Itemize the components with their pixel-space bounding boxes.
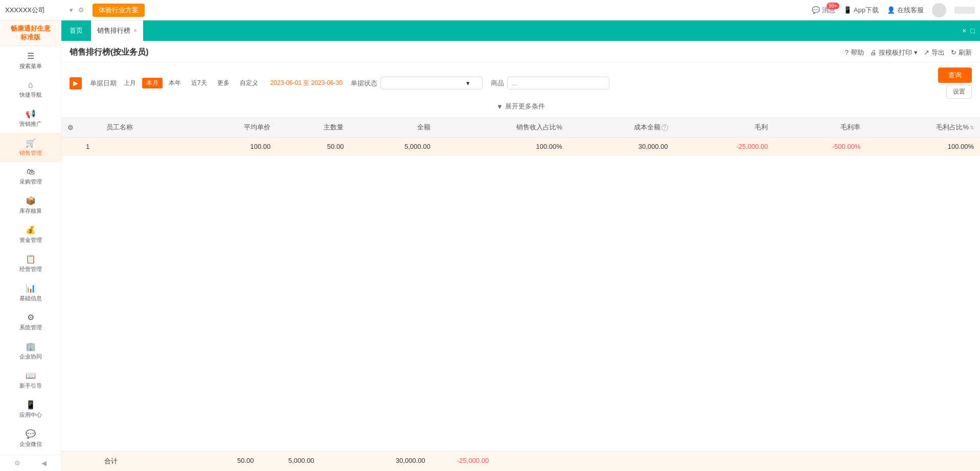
td-profit-pct: 100.00% bbox=[867, 138, 980, 156]
table-footer: 合计 50.00 5,000.00 30,000.00 -25,000.00 bbox=[61, 451, 980, 471]
date-pill-current-month[interactable]: 本月 bbox=[142, 78, 163, 88]
th-rank bbox=[80, 118, 100, 138]
filter-expand-arrow[interactable]: ▶ bbox=[70, 77, 82, 89]
guide-icon: 📖 bbox=[26, 371, 36, 380]
status-filter-group: 单据状态 ▾ bbox=[351, 77, 483, 89]
sidebar-item-finance[interactable]: 💰 资金管理 bbox=[0, 220, 61, 249]
date-pill-custom[interactable]: 自定义 bbox=[236, 78, 262, 88]
th-avg-price: 平均单价 bbox=[189, 118, 277, 138]
refresh-button[interactable]: ↻ 刷新 bbox=[951, 48, 972, 57]
purchase-icon: 🛍 bbox=[27, 167, 35, 176]
ranking-table: ⚙ 员工名称 平均单价 主数量 全额 销售收入占比% 成本全额? 毛利 bbox=[61, 118, 980, 156]
tab-home[interactable]: 首页 bbox=[61, 20, 91, 41]
page-header: 销售排行榜(按业务员) ? 帮助 🖨 按模板打印 ▾ ↗ 导出 bbox=[61, 41, 980, 62]
gear-col-icon[interactable]: ⚙ bbox=[67, 124, 74, 131]
filter-row-1: ▶ 单据日期 上月 本月 本年 近7天 更多 自定义 2023-06 bbox=[70, 68, 972, 99]
tab-close-icon[interactable]: × bbox=[133, 27, 137, 34]
expand-more-button[interactable]: ▼ 展开更多条件 bbox=[496, 102, 545, 111]
td-amount: 5,000.00 bbox=[350, 138, 436, 156]
message-icon: 💬 bbox=[812, 6, 820, 14]
date-filter-group: 单据日期 上月 本月 本年 近7天 更多 自定义 bbox=[90, 78, 262, 88]
footer-label bbox=[67, 457, 104, 466]
window-max-icon[interactable]: □ bbox=[971, 27, 975, 35]
marketing-icon: 📢 bbox=[26, 109, 36, 119]
avatar[interactable] bbox=[932, 3, 946, 17]
sidebar-item-label: 应用中心 bbox=[19, 411, 42, 419]
sidebar-item-label: 企业微信 bbox=[19, 440, 42, 448]
sidebar-item-guide[interactable]: 📖 新手引导 bbox=[0, 366, 61, 395]
td-cost: 30,000.00 bbox=[568, 138, 674, 156]
goods-select[interactable]: ... bbox=[507, 77, 609, 89]
sidebar-item-shortcut[interactable]: ⌂ 快捷导航 bbox=[0, 75, 61, 104]
window-close-icon[interactable]: × bbox=[962, 27, 966, 35]
cost-info-icon[interactable]: ? bbox=[662, 124, 668, 131]
top-bar-left: XXXXXX公司 ▾ ⚙ 体验行业方案 bbox=[5, 4, 145, 17]
sidebar-item-apps[interactable]: 📱 应用中心 bbox=[0, 395, 61, 424]
table-container: ⚙ 员工名称 平均单价 主数量 全额 销售收入占比% 成本全额? 毛利 bbox=[61, 118, 980, 451]
td-name bbox=[100, 138, 189, 156]
content-area: 首页 销售排行榜 × × □ 销售排行榜(按业务员) ? 帮助 bbox=[61, 20, 980, 471]
date-pill-more[interactable]: 更多 bbox=[213, 78, 234, 88]
status-select[interactable]: ▾ bbox=[380, 77, 483, 89]
sidebar-item-basic[interactable]: 📊 基础信息 bbox=[0, 278, 61, 307]
date-pill-prev-month[interactable]: 上月 bbox=[120, 78, 140, 88]
sidebar-item-marketing[interactable]: 📢 营销推广 bbox=[0, 104, 61, 133]
help-icon: ? bbox=[845, 49, 849, 56]
enterprise-icon: 🏢 bbox=[26, 342, 36, 351]
profit-pct-sort-icon[interactable]: ⇅ bbox=[970, 125, 974, 130]
date-filter-label: 单据日期 bbox=[90, 79, 117, 88]
export-icon: ↗ bbox=[924, 49, 929, 56]
sidebar-item-label: 经营管理 bbox=[19, 265, 42, 273]
date-pill-year[interactable]: 本年 bbox=[165, 78, 185, 88]
goods-filter-label: 商品 bbox=[491, 79, 504, 88]
sidebar-item-label: 营销推广 bbox=[19, 120, 42, 128]
service-group[interactable]: 👤 在线客服 bbox=[887, 6, 924, 15]
print-button[interactable]: 🖨 按模板打印 ▾ bbox=[870, 48, 918, 57]
sidebar-settings-icon[interactable]: ⚙ bbox=[14, 459, 20, 467]
sidebar-collapse-icon[interactable]: ◀ bbox=[41, 459, 47, 467]
footer-name bbox=[145, 457, 186, 466]
query-button[interactable]: 查询 bbox=[938, 68, 972, 83]
page-content: 销售排行榜(按业务员) ? 帮助 🖨 按模板打印 ▾ ↗ 导出 bbox=[61, 41, 980, 471]
sidebar-item-enterprise[interactable]: 🏢 企业协同 bbox=[0, 337, 61, 366]
status-filter-label: 单据状态 bbox=[351, 79, 377, 88]
th-quantity: 主数量 bbox=[277, 118, 350, 138]
goods-select-value: ... bbox=[512, 79, 517, 87]
operations-icon: 📋 bbox=[26, 254, 36, 264]
tab-bar: 首页 销售排行榜 × × □ bbox=[61, 20, 980, 41]
td-profit-rate: -500.00% bbox=[774, 138, 867, 156]
page-title: 销售排行榜(按业务员) bbox=[70, 47, 149, 58]
sidebar-item-purchase[interactable]: 🛍 采购管理 bbox=[0, 162, 61, 191]
message-group[interactable]: 💬 消息 99+ bbox=[812, 6, 835, 15]
th-profit-rate: 毛利率 bbox=[774, 118, 867, 138]
tab-sales-ranking[interactable]: 销售排行榜 × bbox=[91, 20, 143, 41]
app-label: App下载 bbox=[854, 6, 879, 15]
date-range-display: 2023-06-01 至 2023-06-30 bbox=[270, 79, 343, 87]
status-select-icon: ▾ bbox=[466, 79, 470, 87]
expand-more-row: ▼ 展开更多条件 bbox=[70, 99, 972, 112]
app-download-group[interactable]: 📱 App下载 bbox=[844, 6, 879, 15]
export-button[interactable]: ↗ 导出 bbox=[924, 48, 945, 57]
logo-text: 畅康通好生意 标准版 bbox=[11, 25, 51, 42]
td-sales-pct: 100.00% bbox=[437, 138, 568, 156]
sidebar-item-wechat[interactable]: 💬 企业微信 bbox=[0, 424, 61, 453]
help-button[interactable]: ? 帮助 bbox=[845, 48, 864, 57]
sidebar-item-label: 快捷导航 bbox=[19, 91, 42, 99]
sidebar-item-operations[interactable]: 📋 经营管理 bbox=[0, 249, 61, 278]
sidebar-item-sales[interactable]: 🛒 销售管理 bbox=[0, 133, 61, 162]
sidebar-item-system[interactable]: ⚙ 系统管理 bbox=[0, 307, 61, 337]
settings-top-icon[interactable]: ⚙ bbox=[78, 6, 84, 14]
sidebar-item-label: 系统管理 bbox=[19, 324, 42, 331]
top-bar: XXXXXX公司 ▾ ⚙ 体验行业方案 💬 消息 99+ 📱 App下载 👤 在… bbox=[0, 0, 980, 20]
date-pill-7days[interactable]: 近7天 bbox=[187, 78, 211, 88]
sidebar-item-search[interactable]: ☰ 搜索菜单 bbox=[0, 46, 61, 75]
company-dropdown-icon[interactable]: ▾ bbox=[70, 6, 73, 14]
trial-button[interactable]: 体验行业方案 bbox=[93, 4, 145, 17]
tab-label: 销售排行榜 bbox=[97, 26, 130, 35]
footer-amount: 5,000.00 bbox=[288, 457, 339, 466]
footer-total-label: 合计 bbox=[104, 457, 145, 466]
settings-button[interactable]: 设置 bbox=[946, 85, 972, 99]
sidebar-item-inventory[interactable]: 📦 库存核算 bbox=[0, 191, 61, 220]
app-icon: 📱 bbox=[844, 6, 852, 14]
th-profit-pct: 毛利占比%⇅ bbox=[867, 118, 980, 138]
